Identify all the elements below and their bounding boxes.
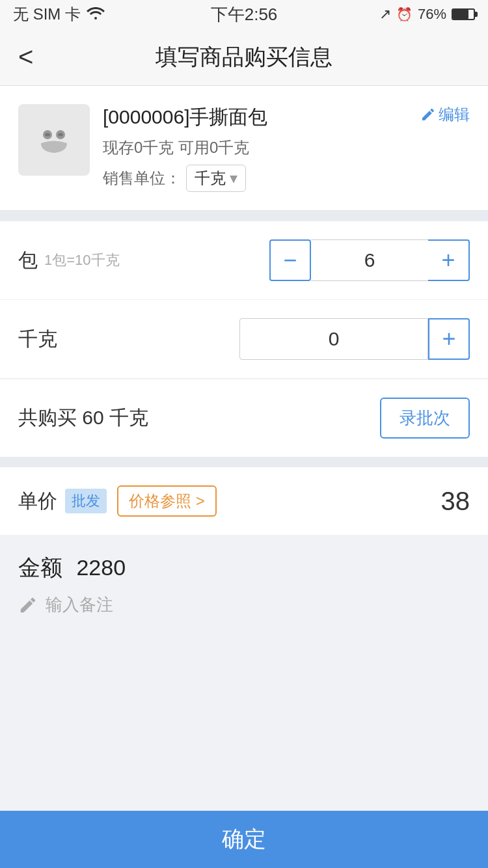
price-label: 单价 (18, 488, 57, 515)
bag-input-row: 包 1包=10千克 − + (0, 221, 488, 300)
product-name: [0000006]手撕面包 (103, 104, 267, 131)
kg-label: 千克 (18, 326, 57, 353)
unit-label: 销售单位： (103, 168, 181, 189)
product-stock: 现存0千克 可用0千克 (103, 137, 470, 158)
kg-increment-button[interactable]: + (428, 318, 470, 360)
bag-qty-control: − + (269, 239, 470, 281)
battery-icon (452, 8, 475, 20)
amount-section: 金额 2280 输入备注 (0, 535, 488, 634)
amount-row: 金额 2280 (18, 553, 470, 583)
edit-label: 编辑 (439, 104, 470, 125)
input-section: 包 1包=10千克 − + 千克 + 共购买 60 千克 录批次 (0, 221, 488, 457)
product-info: [0000006]手撕面包 编辑 现存0千克 可用0千克 销售单位： 千克 ▾ (103, 104, 470, 192)
bag-decrement-button[interactable]: − (269, 239, 311, 281)
svg-point-3 (58, 133, 63, 137)
nav-bar: < 填写商品购买信息 (0, 29, 488, 86)
chevron-down-icon: ▾ (230, 169, 237, 187)
total-row: 共购买 60 千克 录批次 (0, 379, 488, 457)
unit-value: 千克 (195, 168, 226, 189)
no-sim-label: 无 SIM 卡 (13, 4, 81, 25)
back-button[interactable]: < (18, 42, 33, 72)
product-unit-row: 销售单位： 千克 ▾ (103, 165, 470, 192)
pencil-icon (18, 595, 38, 615)
note-placeholder: 输入备注 (46, 593, 113, 616)
wifi-icon (86, 5, 105, 23)
separator-2 (0, 457, 488, 467)
bag-hint: 1包=10千克 (44, 251, 269, 270)
price-value: 38 (441, 487, 470, 516)
price-type-tag: 批发 (65, 489, 107, 513)
page-title: 填写商品购买信息 (156, 42, 332, 72)
kg-qty-control: + (239, 318, 470, 360)
edit-button[interactable]: 编辑 (420, 104, 470, 125)
status-bar: 无 SIM 卡 下午2:56 ↗ ⏰ 76% (0, 0, 488, 29)
bag-quantity-input[interactable] (311, 239, 428, 281)
record-batch-button[interactable]: 录批次 (380, 398, 470, 439)
unit-select[interactable]: 千克 ▾ (186, 165, 246, 192)
confirm-bar[interactable]: 确定 (0, 811, 488, 868)
bag-increment-button[interactable]: + (428, 239, 470, 281)
alarm-icon: ⏰ (396, 7, 413, 22)
amount-value: 2280 (76, 555, 126, 580)
bag-label: 包 (18, 247, 38, 274)
kg-quantity-input[interactable] (239, 318, 428, 360)
total-text: 共购买 60 千克 (18, 405, 148, 431)
separator-1 (0, 211, 488, 221)
amount-label: 金额 (18, 555, 62, 580)
battery-label: 76% (418, 6, 446, 23)
status-left: 无 SIM 卡 (13, 4, 105, 25)
product-image (18, 104, 90, 176)
svg-point-2 (45, 133, 50, 137)
status-right: ↗ ⏰ 76% (379, 6, 475, 23)
price-section: 单价 批发 价格参照 > 38 (0, 467, 488, 535)
price-reference-button[interactable]: 价格参照 > (117, 485, 217, 517)
kg-input-row: 千克 + (0, 300, 488, 379)
note-row[interactable]: 输入备注 (18, 593, 470, 616)
confirm-button-label: 确定 (222, 824, 266, 854)
time-label: 下午2:56 (211, 3, 278, 26)
product-card: [0000006]手撕面包 编辑 现存0千克 可用0千克 销售单位： 千克 ▾ (0, 86, 488, 211)
location-icon: ↗ (379, 6, 391, 23)
